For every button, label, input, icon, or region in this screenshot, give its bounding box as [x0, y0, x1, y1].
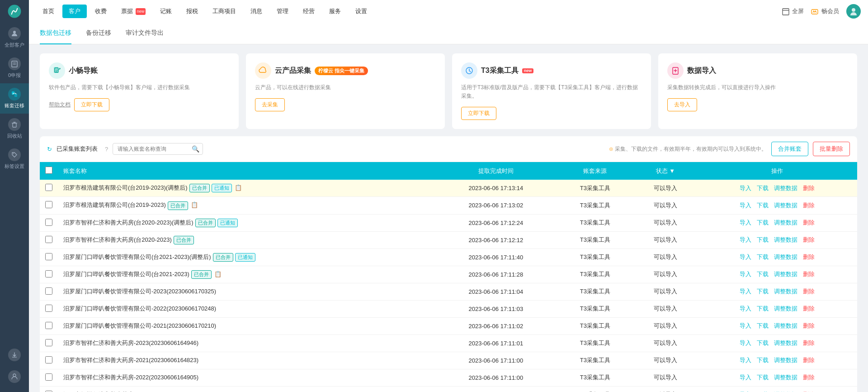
row-action-调整数据[interactable]: 调整数据 [774, 339, 797, 347]
row-action-调整数据[interactable]: 调整数据 [774, 236, 797, 244]
row-action-导入[interactable]: 导入 [740, 201, 751, 210]
nav-service[interactable]: 服务 [323, 5, 347, 18]
app-logo[interactable] [0, 0, 29, 23]
note-icon[interactable]: 📋 [214, 271, 222, 277]
row-action-下载[interactable]: 下载 [757, 356, 769, 364]
row-checkbox[interactable] [45, 322, 52, 329]
row-action-下载[interactable]: 下载 [757, 305, 769, 313]
user-avatar[interactable] [846, 4, 861, 19]
refresh-icon[interactable]: ↻ [47, 146, 52, 153]
nav-accounting[interactable]: 记账 [154, 5, 178, 18]
subtab-backup-migrate[interactable]: 备份迁移 [86, 23, 111, 44]
row-action-下载[interactable]: 下载 [757, 322, 769, 330]
row-action-删除[interactable]: 删除 [803, 287, 815, 296]
row-action-下载[interactable]: 下载 [757, 373, 769, 382]
row-checkbox[interactable] [45, 305, 52, 312]
row-action-删除[interactable]: 删除 [803, 236, 815, 244]
row-action-调整数据[interactable]: 调整数据 [774, 270, 797, 278]
subtab-audit-export[interactable]: 审计文件导出 [126, 23, 164, 44]
sidebar-item-download[interactable] [0, 344, 29, 366]
select-all-checkbox[interactable] [45, 167, 52, 174]
row-action-导入[interactable]: 导入 [740, 236, 751, 244]
row-action-删除[interactable]: 删除 [803, 339, 815, 347]
sidebar-item-tag-settings[interactable]: 标签设置 [0, 144, 29, 174]
row-action-删除[interactable]: 删除 [803, 373, 815, 382]
nav-invoice[interactable]: 票据 new [115, 5, 152, 18]
row-action-删除[interactable]: 删除 [803, 270, 815, 278]
row-action-删除[interactable]: 删除 [803, 305, 815, 313]
note-icon[interactable]: 📋 [191, 201, 198, 208]
row-action-调整数据[interactable]: 调整数据 [774, 305, 797, 313]
sidebar-item-all-customer[interactable]: 全部客户 [0, 23, 29, 53]
row-checkbox[interactable] [45, 270, 52, 277]
sidebar-item-user[interactable] [0, 366, 29, 387]
col-status[interactable]: 状态 ▼ [633, 162, 697, 180]
row-action-导入[interactable]: 导入 [740, 356, 751, 364]
row-action-删除[interactable]: 删除 [803, 201, 815, 210]
row-action-调整数据[interactable]: 调整数据 [774, 184, 797, 192]
row-action-导入[interactable]: 导入 [740, 270, 751, 278]
row-action-导入[interactable]: 导入 [740, 253, 751, 261]
row-action-下载[interactable]: 下载 [757, 236, 769, 244]
row-checkbox[interactable] [45, 356, 52, 363]
row-action-导入[interactable]: 导入 [740, 339, 751, 347]
nav-tax[interactable]: 报税 [180, 5, 204, 18]
row-action-下载[interactable]: 下载 [757, 287, 769, 296]
row-checkbox[interactable] [45, 219, 52, 226]
download-now-btn[interactable]: 立即下载 [74, 98, 109, 111]
row-action-导入[interactable]: 导入 [740, 373, 751, 382]
row-action-导入[interactable]: 导入 [740, 219, 751, 227]
row-action-删除[interactable]: 删除 [803, 356, 815, 364]
row-checkbox[interactable] [45, 287, 52, 295]
row-action-下载[interactable]: 下载 [757, 184, 769, 192]
subtab-data-migrate[interactable]: 数据包迁移 [40, 23, 71, 44]
row-action-导入[interactable]: 导入 [740, 305, 751, 313]
search-button[interactable]: 🔍 [192, 145, 199, 153]
nav-business[interactable]: 工商项目 [206, 5, 242, 18]
batch-delete-btn[interactable]: 批量删除 [813, 142, 850, 156]
row-action-删除[interactable]: 删除 [803, 184, 815, 192]
row-action-导入[interactable]: 导入 [740, 184, 751, 192]
row-action-调整数据[interactable]: 调整数据 [774, 253, 797, 261]
row-action-下载[interactable]: 下载 [757, 201, 769, 210]
row-action-调整数据[interactable]: 调整数据 [774, 219, 797, 227]
nav-manage[interactable]: 管理 [270, 5, 295, 18]
row-action-调整数据[interactable]: 调整数据 [774, 201, 797, 210]
row-action-下载[interactable]: 下载 [757, 339, 769, 347]
row-action-调整数据[interactable]: 调整数据 [774, 373, 797, 382]
nav-home[interactable]: 首页 [36, 5, 61, 18]
row-action-导入[interactable]: 导入 [740, 322, 751, 330]
row-checkbox[interactable] [45, 201, 52, 208]
sidebar-item-account-migrate[interactable]: 账套迁移 [0, 83, 29, 114]
search-input[interactable] [113, 143, 203, 155]
row-action-下载[interactable]: 下载 [757, 270, 769, 278]
row-action-下载[interactable]: 下载 [757, 219, 769, 227]
row-action-导入[interactable]: 导入 [740, 287, 751, 296]
go-collect-btn[interactable]: 去采集 [255, 98, 285, 111]
row-checkbox[interactable] [45, 236, 52, 243]
row-checkbox[interactable] [45, 253, 52, 260]
sidebar-item-zero-report[interactable]: 0申报 [0, 53, 29, 83]
vip-btn[interactable]: 畅会员 [811, 7, 839, 15]
nav-message[interactable]: 消息 [244, 5, 269, 18]
row-action-调整数据[interactable]: 调整数据 [774, 356, 797, 364]
note-icon[interactable]: 📋 [235, 184, 242, 191]
nav-operation[interactable]: 经营 [297, 5, 321, 18]
nav-settings[interactable]: 设置 [349, 5, 373, 18]
go-import-btn[interactable]: 去导入 [667, 98, 697, 111]
table-help-icon[interactable]: ? [105, 146, 108, 153]
row-action-调整数据[interactable]: 调整数据 [774, 287, 797, 296]
row-action-调整数据[interactable]: 调整数据 [774, 322, 797, 330]
row-action-删除[interactable]: 删除 [803, 219, 815, 227]
help-doc-btn[interactable]: 帮助文档 [49, 98, 71, 111]
row-action-删除[interactable]: 删除 [803, 322, 815, 330]
nav-customer[interactable]: 客户 [62, 5, 87, 18]
row-checkbox[interactable] [45, 184, 52, 191]
nav-fee[interactable]: 收费 [89, 5, 113, 18]
row-action-下载[interactable]: 下载 [757, 253, 769, 261]
merge-accounts-btn[interactable]: 合并账套 [771, 142, 808, 156]
row-checkbox[interactable] [45, 339, 52, 346]
row-action-删除[interactable]: 删除 [803, 253, 815, 261]
fullscreen-btn[interactable]: 全屏 [782, 7, 804, 15]
row-checkbox[interactable] [45, 373, 52, 381]
